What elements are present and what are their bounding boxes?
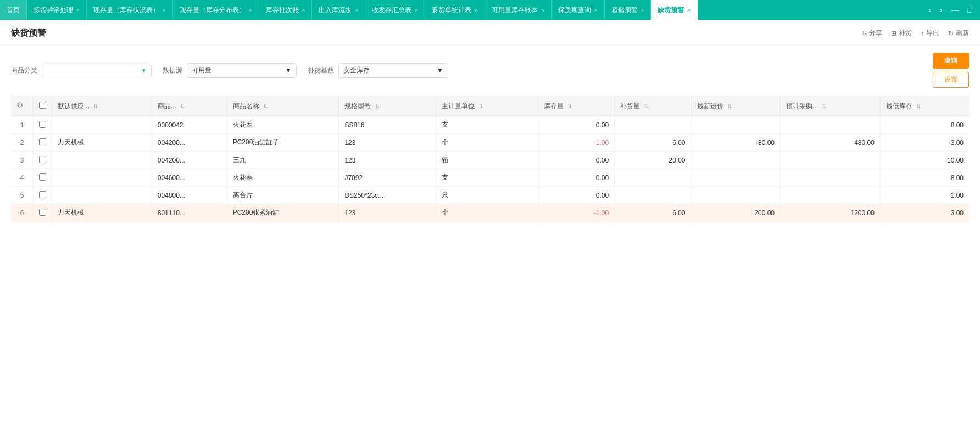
sort-min-stock-icon: ⇅ [916,103,921,109]
header-actions: ⎘ 分享 ⊞ 补货 ↑ 导出 ↻ 刷新 [863,29,969,38]
sort-replenish-icon: ⇅ [644,103,648,109]
th-checkbox[interactable] [34,96,52,116]
row-select-2[interactable] [39,138,46,145]
tab-shelf-life[interactable]: 保质期查询 × [552,0,605,20]
th-spec[interactable]: 规格型号 ⇅ [339,96,436,116]
tab-home[interactable]: 首页 [0,0,27,20]
row-latest-price-2: 80.00 [691,134,781,152]
table-row: 6 力天机械 801110... PC200张紧油缸 123 个 -1.00 6… [11,204,969,222]
row-num-3: 3 [11,152,34,169]
row-latest-price-1 [691,116,781,134]
th-code[interactable]: 商品... ⇅ [152,96,227,116]
row-supplier-6: 力天机械 [52,204,152,222]
row-num-4: 4 [11,169,34,187]
action-buttons: 查询 设置 [933,53,969,88]
tab-overstock[interactable]: 超储预警 × [605,0,652,20]
tab-order-stats[interactable]: 要货单统计表 × [425,0,485,20]
nav-minimize-button[interactable]: — [948,4,962,15]
row-checkbox-3[interactable] [34,152,52,169]
close-tab-inventory-dist[interactable]: × [249,7,252,13]
share-icon: ⎘ [863,30,867,37]
th-unit[interactable]: 主计量单位 ⇅ [436,96,538,116]
row-stock-4: 0.00 [538,169,614,187]
th-latest-price[interactable]: 最新进价 ⇅ [691,96,781,116]
close-tab-available-ledger[interactable]: × [541,7,544,13]
sort-latest-price-icon: ⇅ [727,103,732,109]
row-checkbox-6[interactable] [34,204,52,222]
close-tab-inventory-status[interactable]: × [163,7,166,13]
tab-batch-account[interactable]: 库存批次账 × [259,0,313,20]
page-title: 缺货预警 [11,27,46,39]
th-settings[interactable]: ⚙ [11,96,34,116]
refresh-icon: ↻ [948,30,954,37]
column-settings-icon[interactable]: ⚙ [16,100,27,111]
nav-prev-button[interactable]: ‹ [925,4,934,15]
row-replenish-2: 6.00 [615,134,691,152]
row-checkbox-2[interactable] [34,134,52,152]
sort-unit-icon: ⇅ [478,103,483,109]
row-select-4[interactable] [39,173,46,181]
th-name[interactable]: 商品名称 ⇅ [227,96,339,116]
th-est-purchase[interactable]: 预计采购... ⇅ [781,96,881,116]
sort-est-purchase-icon: ⇅ [822,103,826,109]
tab-available-ledger[interactable]: 可用量库存账本 × [485,0,552,20]
row-spec-5: DS250*23c... [339,187,436,204]
table-row: 5 004800... 离合片 DS250*23c... 只 0.00 1.00 [11,187,969,204]
row-checkbox-4[interactable] [34,169,52,187]
tab-shortage[interactable]: 缺货预警 × [651,0,698,20]
row-supplier-2: 力天机械 [52,134,152,152]
row-select-5[interactable] [39,191,46,198]
row-min-stock-3: 10.00 [880,152,969,169]
row-latest-price-4 [691,169,781,187]
close-tab-order-stats[interactable]: × [475,7,478,13]
replenish-action[interactable]: ⊞ 补货 [891,29,912,38]
nav-maximize-button[interactable]: □ [965,4,976,15]
th-supplier[interactable]: 默认供应... ⇅ [52,96,152,116]
select-all-checkbox[interactable] [39,102,46,109]
close-tab-shortage[interactable]: × [687,7,691,13]
nav-tabs: 首页 拣货异常处理 × 现存量（库存状况表） × 现存量（库存分布表） × 库存… [0,0,980,20]
close-tab-picking[interactable]: × [76,7,80,13]
close-tab-batch-account[interactable]: × [302,7,305,13]
row-checkbox-5[interactable] [34,187,52,204]
row-stock-3: 0.00 [538,152,614,169]
query-button[interactable]: 查询 [933,53,969,69]
row-unit-1: 支 [436,116,538,134]
row-checkbox-1[interactable] [34,116,52,134]
row-select-1[interactable] [39,121,46,128]
category-select[interactable]: ▼ [42,65,152,76]
row-supplier-4 [52,169,152,187]
row-num-6: 6 [11,204,34,222]
th-replenish[interactable]: 补货量 ⇅ [615,96,691,116]
row-unit-3: 箱 [436,152,538,169]
row-est-purchase-2: 480.00 [781,134,881,152]
datasource-select[interactable]: 可用量 ▼ [187,63,297,78]
close-tab-inout-flow[interactable]: × [355,7,358,13]
tab-picking[interactable]: 拣货异常处理 × [27,0,87,20]
tab-inout-flow[interactable]: 出入库流水 × [312,0,365,20]
refresh-action[interactable]: ↻ 刷新 [948,29,969,38]
row-min-stock-5: 1.00 [880,187,969,204]
tab-summary[interactable]: 收发存汇总表 × [365,0,425,20]
nav-next-button[interactable]: › [937,4,946,15]
row-select-3[interactable] [39,156,46,163]
sort-name-icon: ⇅ [263,103,268,109]
row-stock-5: 0.00 [538,187,614,204]
close-tab-shelf-life[interactable]: × [594,7,598,13]
row-select-6[interactable] [39,209,46,216]
page-container: 缺货预警 ⎘ 分享 ⊞ 补货 ↑ 导出 ↻ 刷新 商品分类 [0,20,980,437]
datasource-filter-group: 数据源 可用量 ▼ [163,63,297,78]
row-unit-4: 支 [436,169,538,187]
export-action[interactable]: ↑ 导出 [921,29,939,38]
settings-button[interactable]: 设置 [933,72,969,88]
tab-inventory-status[interactable]: 现存量（库存状况表） × [87,0,173,20]
th-stock[interactable]: 库存量 ⇅ [538,96,614,116]
table-container: ⚙ 默认供应... ⇅ 商品... ⇅ 商品名称 ⇅ [0,96,980,222]
share-action[interactable]: ⎘ 分享 [863,29,882,38]
close-tab-summary[interactable]: × [415,7,418,13]
close-tab-overstock[interactable]: × [641,7,644,13]
replenish-select[interactable]: 安全库存 ▼ [338,63,448,78]
th-min-stock[interactable]: 最低库存 ⇅ [880,96,969,116]
category-filter-group: 商品分类 ▼ [11,65,152,76]
tab-inventory-dist[interactable]: 现存量（库存分布表） × [173,0,259,20]
